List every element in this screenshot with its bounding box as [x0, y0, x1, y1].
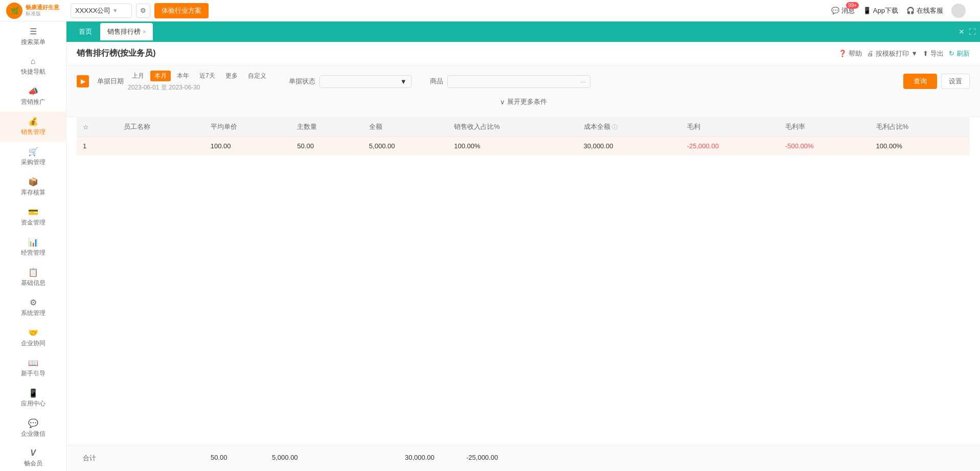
cell-sales-pct: 100.00%: [448, 137, 577, 155]
sidebar-item-wechat[interactable]: 💬 企业微信: [0, 413, 66, 443]
sidebar-label-collab: 企业协同: [21, 339, 45, 348]
sidebar-label-vip: 畅会员: [24, 459, 42, 468]
logo-icon: 🌿: [6, 3, 22, 19]
page-actions: ❓ 帮助 🖨 按模板打印 ▼ ⬆ 导出 ↻: [838, 49, 970, 58]
footer-qty-value: 50.00: [211, 454, 227, 461]
sidebar-item-system[interactable]: ⚙ 系统管理: [0, 293, 66, 323]
refresh-button[interactable]: ↻ 刷新: [949, 49, 970, 58]
sidebar-item-basic[interactable]: 📋 基础信息: [0, 262, 66, 293]
date-tab-custom[interactable]: 自定义: [244, 71, 270, 81]
help-label: 帮助: [849, 49, 862, 58]
expand-row: ∨ 展开更多条件: [77, 92, 970, 111]
sales-icon: 💰: [28, 117, 38, 126]
cell-avg-price: 100.00: [204, 137, 291, 155]
tab-close-icon[interactable]: ×: [143, 29, 146, 35]
footer-row: 合计 50.00 5,000.00 30,000.00: [77, 451, 970, 466]
main-content: 销售排行榜(按业务员) ❓ 帮助 🖨 按模板打印 ▼ ⬆: [66, 42, 980, 471]
headset-icon: 🎧: [906, 7, 915, 14]
cell-profit: -25,000.00: [681, 137, 779, 155]
date-tab-last-month[interactable]: 上月: [128, 71, 148, 81]
th-cost-label: 成本全额: [584, 123, 610, 130]
th-profit-rate: 毛利率: [779, 117, 870, 137]
cell-qty: 50.00: [291, 137, 363, 155]
logo-area: 🌿 畅康通好生意 标准版: [6, 3, 66, 19]
footer-cost-spacer: [327, 451, 399, 466]
help-button[interactable]: ❓ 帮助: [838, 49, 862, 58]
refresh-icon: ↻: [949, 50, 954, 57]
status-select[interactable]: ▼: [320, 75, 412, 88]
th-sales-pct: 销售收入占比%: [448, 117, 577, 137]
app-download-button[interactable]: 📱 App下载: [863, 6, 898, 15]
print-dropdown-icon: ▼: [911, 50, 918, 57]
sidebar-item-vip[interactable]: V 畅会员: [0, 443, 66, 471]
query-button[interactable]: 查询: [903, 74, 937, 89]
date-filter-group: 上月 本月 本年 近7天 更多 自定义 2023-06-01 至 2023-06…: [128, 71, 270, 92]
help-icon: ❓: [838, 50, 847, 57]
message-button[interactable]: 💬 消息 99+: [831, 6, 855, 15]
cost-info-icon[interactable]: ⓘ: [612, 124, 618, 130]
status-filter-label: 单据状态: [289, 77, 315, 86]
sidebar-label-finance: 资金管理: [21, 218, 45, 227]
sidebar-item-collab[interactable]: 🤝 企业协同: [0, 323, 66, 353]
goods-input[interactable]: ···: [447, 75, 590, 88]
sidebar-label-management: 经营管理: [21, 249, 45, 257]
date-tab-this-month[interactable]: 本月: [150, 71, 171, 81]
filter-toggle-btn[interactable]: ▶: [77, 75, 89, 87]
sidebar-item-guide[interactable]: 📖 新手引导: [0, 353, 66, 383]
date-range: 2023-06-01 至 2023-06-30: [128, 83, 200, 92]
status-filter: 单据状态 ▼: [289, 75, 412, 88]
tab-sales-ranking[interactable]: 销售排行榜 ×: [100, 23, 153, 40]
sidebar-item-purchase[interactable]: 🛒 采购管理: [0, 142, 66, 172]
export-button[interactable]: ⬆ 导出: [923, 49, 944, 58]
goods-filter-label: 商品: [430, 77, 443, 86]
online-service-button[interactable]: 🎧 在线客服: [906, 6, 943, 15]
goods-ellipsis-icon[interactable]: ···: [580, 78, 586, 85]
sidebar-item-inventory[interactable]: 📦 库存核算: [0, 172, 66, 202]
tab-bar: 首页 销售排行榜 × ✕ ⛶: [66, 21, 980, 42]
avatar[interactable]: [951, 4, 966, 18]
online-service-label: 在线客服: [917, 6, 943, 15]
sidebar-item-marketing[interactable]: 📣 营销推广: [0, 81, 66, 111]
top-right-area: 💬 消息 99+ 📱 App下载 🎧 在线客服: [831, 4, 974, 18]
maximize-window-icon[interactable]: ⛶: [969, 28, 976, 36]
phone-icon: 📱: [863, 7, 871, 14]
print-button[interactable]: 🖨 按模板打印 ▼: [867, 49, 918, 58]
table-footer: 合计 50.00 5,000.00 30,000.00: [66, 445, 980, 471]
company-selector[interactable]: XXXXX公司 ▼: [71, 4, 132, 18]
filter-area: ▶ 单据日期 上月 本月 本年 近7天 更多 自定义: [66, 65, 980, 117]
export-icon: ⬆: [923, 50, 928, 57]
date-tab-more[interactable]: 更多: [221, 71, 242, 81]
search-icon: ☰: [30, 27, 37, 36]
th-name: 员工名称: [118, 117, 204, 137]
sidebar-item-management[interactable]: 📊 经营管理: [0, 232, 66, 262]
sidebar-item-search[interactable]: ☰ 搜索菜单: [0, 21, 66, 52]
cell-name: [118, 137, 204, 155]
settings-button[interactable]: 设置: [941, 74, 970, 89]
message-icon: 💬: [831, 7, 839, 14]
trial-button[interactable]: 体验行业方案: [154, 3, 209, 18]
cart-icon: 🛒: [28, 147, 38, 156]
content-area: 首页 销售排行榜 × ✕ ⛶ 销售排行榜(按业务员) ❓: [66, 21, 980, 471]
close-window-icon[interactable]: ✕: [959, 28, 965, 36]
sidebar-item-apps[interactable]: 📱 应用中心: [0, 383, 66, 413]
vip-icon: V: [30, 448, 36, 458]
expand-button[interactable]: ∨ 展开更多条件: [500, 94, 547, 109]
main-area: ☰ 搜索菜单 ⌂ 快捷导航 📣 营销推广 💰 销售管理 🛒 采购管理 📦 库: [0, 21, 980, 471]
expand-down-icon: ∨: [500, 98, 505, 106]
footer-cost-value: 30,000.00: [405, 454, 435, 461]
th-avg-price: 平均单价: [204, 117, 291, 137]
date-tab-this-year[interactable]: 本年: [173, 71, 193, 81]
goods-filter: 商品 ···: [430, 75, 590, 88]
gear-icon: ⚙: [30, 298, 37, 307]
sidebar-item-finance[interactable]: 💳 资金管理: [0, 202, 66, 232]
page-header: 销售排行榜(按业务员) ❓ 帮助 🖨 按模板打印 ▼ ⬆: [66, 42, 980, 65]
sidebar-item-sales[interactable]: 💰 销售管理: [0, 111, 66, 142]
sidebar-item-nav[interactable]: ⌂ 快捷导航: [0, 52, 66, 81]
tab-label-sales-ranking: 销售排行榜: [107, 27, 141, 36]
export-label: 导出: [930, 49, 944, 58]
cell-profit-rate: -500.00%: [779, 137, 870, 155]
date-tab-7days[interactable]: 近7天: [195, 71, 219, 81]
megaphone-icon: 📣: [28, 86, 38, 96]
settings-icon-btn[interactable]: ⚙: [136, 4, 150, 18]
tab-home[interactable]: 首页: [71, 23, 100, 40]
